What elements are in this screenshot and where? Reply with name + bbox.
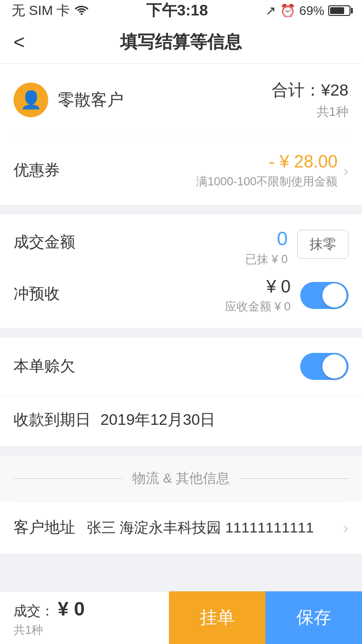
carrier-text: 无 SIM 卡	[12, 1, 70, 20]
wifi-icon	[75, 3, 88, 18]
total-amount: 合计：¥28	[272, 79, 348, 101]
prepaid-toggle[interactable]	[300, 282, 348, 309]
customer-right: 合计：¥28 共1种	[272, 79, 348, 120]
amount-right: 0 已抹 ¥ 0 抹零	[245, 228, 348, 267]
transaction-card: 成交金额 0 已抹 ¥ 0 抹零 冲预收 ¥ 0 应收金额 ¥ 0	[0, 214, 362, 328]
prepaid-info: ¥ 0 应收金额 ¥ 0	[225, 277, 291, 314]
prepaid-row: 冲预收 ¥ 0 应收金额 ¥ 0	[0, 267, 362, 328]
nav-bar: < 填写结算等信息	[0, 21, 362, 64]
prepaid-right: ¥ 0 应收金额 ¥ 0	[225, 277, 348, 314]
status-time: 下午3:18	[146, 0, 208, 21]
bottom-bar: 成交： ¥ 0 共1种 挂单 保存	[0, 591, 362, 644]
round-zero-button[interactable]: 抹零	[297, 230, 348, 259]
battery-percent: 69%	[299, 3, 324, 18]
bottom-info: 成交： ¥ 0 共1种	[0, 598, 169, 638]
prepaid-label: 冲预收	[14, 277, 60, 305]
due-date-row: 收款到期日 2019年12月30日	[0, 395, 362, 446]
address-value: 张三 海淀永丰科技园 11111111111	[87, 518, 343, 538]
coupon-right: - ¥ 28.00 满1000-100不限制使用金额 ›	[196, 152, 348, 189]
debt-label: 本单赊欠	[14, 356, 75, 377]
status-left: 无 SIM 卡	[12, 1, 88, 20]
avatar-icon: 👤	[20, 90, 42, 110]
due-date-value: 2019年12月30日	[100, 409, 215, 431]
save-button[interactable]: 保存	[265, 591, 362, 644]
status-right: ↗ ⏰ 69%	[265, 3, 350, 18]
chevron-right-icon: ›	[343, 162, 348, 180]
prepaid-amount: ¥ 0	[225, 277, 291, 297]
due-date-label: 收款到期日	[14, 409, 91, 431]
amount-value-wrapper: 0 已抹 ¥ 0	[245, 228, 288, 267]
logistics-card: 物流 & 其他信息 客户地址 张三 海淀永丰科技园 11111111111 ›	[0, 456, 362, 554]
debt-card: 本单赊欠 收款到期日 2019年12月30日	[0, 337, 362, 446]
debt-toggle[interactable]	[300, 353, 348, 380]
amount-sub: 已抹 ¥ 0	[245, 252, 288, 267]
coupon-label: 优惠券	[14, 160, 60, 181]
alarm-icon: ⏰	[280, 3, 295, 18]
main-content: 👤 零散客户 合计：¥28 共1种 优惠券 - ¥ 28.00 满1000-10…	[0, 64, 362, 621]
customer-card: 👤 零散客户 合计：¥28 共1种 优惠券 - ¥ 28.00 满1000-10…	[0, 64, 362, 205]
battery-icon	[328, 5, 350, 16]
location-icon: ↗	[265, 3, 276, 18]
bottom-count: 共1种	[14, 622, 155, 638]
logistics-label: 物流 & 其他信息	[132, 469, 230, 488]
address-label: 客户地址	[14, 517, 75, 538]
amount-value: 0	[245, 228, 288, 250]
total-count: 共1种	[272, 103, 348, 120]
status-bar: 无 SIM 卡 下午3:18 ↗ ⏰ 69%	[0, 0, 362, 21]
debt-row: 本单赊欠	[0, 337, 362, 395]
customer-row: 👤 零散客户 合计：¥28 共1种	[0, 64, 362, 136]
amount-label: 成交金额	[14, 228, 75, 253]
logistics-divider: 物流 & 其他信息	[14, 469, 348, 488]
bottom-deal-label: 成交：	[14, 603, 54, 618]
avatar: 👤	[14, 83, 48, 117]
logistics-header: 物流 & 其他信息	[0, 456, 362, 501]
back-button[interactable]: <	[14, 31, 25, 53]
coupon-desc: 满1000-100不限制使用金额	[196, 174, 337, 189]
address-chevron-icon: ›	[343, 519, 348, 537]
page-title: 填写结算等信息	[120, 30, 242, 54]
hold-order-button[interactable]: 挂单	[169, 591, 265, 644]
customer-left: 👤 零散客户	[14, 83, 124, 117]
amount-row: 成交金额 0 已抹 ¥ 0 抹零	[0, 214, 362, 267]
coupon-row[interactable]: 优惠券 - ¥ 28.00 满1000-100不限制使用金额 ›	[0, 136, 362, 205]
address-row[interactable]: 客户地址 张三 海淀永丰科技园 11111111111 ›	[0, 502, 362, 554]
coupon-discount: - ¥ 28.00	[196, 152, 337, 172]
prepaid-sub: 应收金额 ¥ 0	[225, 299, 291, 314]
toggle-knob	[322, 283, 347, 308]
bottom-deal-row: 成交： ¥ 0	[14, 598, 155, 620]
customer-name: 零散客户	[58, 89, 124, 111]
bottom-deal-amount: ¥ 0	[58, 598, 85, 619]
coupon-info: - ¥ 28.00 满1000-100不限制使用金额	[196, 152, 337, 189]
debt-toggle-knob	[322, 354, 347, 378]
